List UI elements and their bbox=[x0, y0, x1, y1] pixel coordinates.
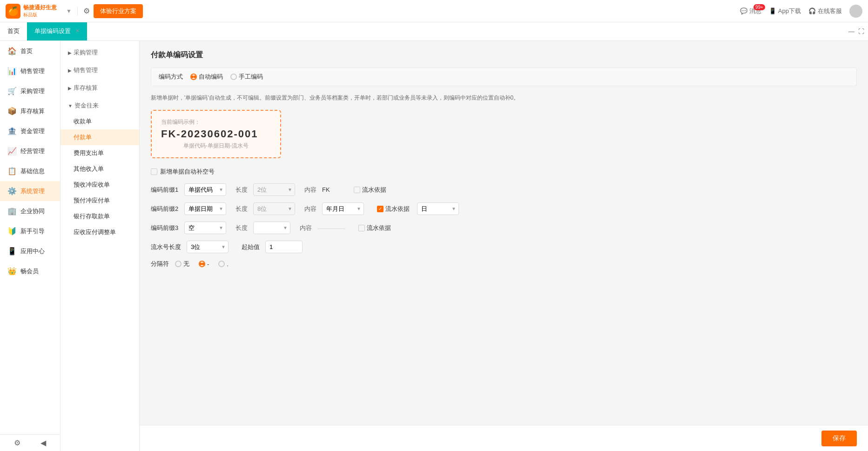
radio-auto-circle bbox=[190, 74, 197, 80]
sidebar-item-enterprise[interactable]: 🏢 企业协同 bbox=[0, 201, 60, 221]
trial-button[interactable]: 体验行业方案 bbox=[94, 4, 143, 18]
prefix2-select[interactable]: 单据日期 bbox=[184, 202, 226, 215]
radio-auto[interactable]: 自动编码 bbox=[190, 73, 223, 81]
prefix3-select[interactable]: 空 bbox=[184, 222, 226, 234]
nav-dropdown[interactable]: ▼ bbox=[66, 8, 72, 14]
sidebar-settings-icon[interactable]: ⚙ bbox=[14, 438, 20, 447]
sidebar-item-home[interactable]: 🏠 首页 bbox=[0, 41, 60, 61]
tab-minimize-icon[interactable]: — bbox=[848, 28, 855, 35]
inventory-group-label: 库存核算 bbox=[74, 84, 98, 92]
sidebar-apps-label: 应用中心 bbox=[20, 247, 45, 256]
finance-group-label: 资金往来 bbox=[74, 101, 99, 110]
sub-menu-payment[interactable]: 付款单 bbox=[61, 129, 139, 145]
sidebar-item-member[interactable]: 👑 畅会员 bbox=[0, 261, 60, 281]
start-value-input[interactable] bbox=[265, 241, 303, 253]
sep-dot-radio[interactable]: . bbox=[218, 261, 229, 268]
app-download-label: App下载 bbox=[778, 7, 801, 15]
prefix2-day-wrapper: 日 月 年 ▼ bbox=[417, 202, 459, 215]
top-nav-right: 💬 消息 99+ 📱 App下载 🎧 在线客服 bbox=[740, 5, 862, 18]
prefix2-serial-checkbox[interactable]: ✓ bbox=[377, 206, 384, 212]
operations-icon: 📈 bbox=[7, 147, 17, 155]
sep-none-radio[interactable]: 无 bbox=[175, 260, 189, 268]
sub-menu-inventory[interactable]: ▶ 库存核算 bbox=[61, 80, 139, 96]
sidebar-item-system[interactable]: ⚙️ 系统管理 bbox=[0, 181, 60, 201]
sub-group-inventory: ▶ 库存核算 bbox=[61, 80, 139, 96]
auto-fill-checkbox[interactable] bbox=[151, 168, 157, 175]
tab-close-icon[interactable]: ✕ bbox=[75, 28, 80, 34]
sub-menu-advance-receive[interactable]: 预收冲应收单 bbox=[61, 177, 139, 193]
encode-method-section: 编码方式 自动编码 手工编码 bbox=[151, 67, 857, 86]
radio-manual-circle bbox=[230, 74, 237, 80]
user-avatar[interactable] bbox=[849, 5, 862, 18]
serial-length-select[interactable]: 3位 4位 5位 bbox=[187, 241, 229, 253]
sidebar-item-guide[interactable]: 🔰 新手引导 bbox=[0, 221, 60, 241]
sep-hyphen-radio[interactable]: - bbox=[199, 261, 209, 268]
sub-group-finance: ▼ 资金往来 收款单 付款单 费用支出单 其他收入单 预收冲应收单 预付冲应付单… bbox=[61, 98, 139, 240]
prefix3-content-label: 内容 bbox=[300, 224, 312, 232]
separator-row: 分隔符 无 - . bbox=[151, 260, 857, 268]
prefix2-length-label: 长度 bbox=[236, 205, 248, 213]
top-nav: 🍊 畅捷通好生意 标品版 ▼ ⚙ 体验行业方案 💬 消息 99+ 📱 App下载… bbox=[0, 0, 868, 22]
prefix3-length-wrapper: ▼ bbox=[253, 222, 290, 234]
sidebar-operations-label: 经营管理 bbox=[20, 147, 45, 155]
sidebar: 🏠 首页 📊 销售管理 🛒 采购管理 📦 库存核算 🏦 资金管理 📈 经营管理 … bbox=[0, 41, 61, 451]
save-button[interactable]: 保存 bbox=[821, 431, 857, 446]
sidebar-collapse-icon[interactable]: ◀ bbox=[40, 438, 46, 447]
sidebar-item-sales[interactable]: 📊 销售管理 bbox=[0, 61, 60, 81]
page-title: 付款单编码设置 bbox=[151, 50, 857, 60]
prefix1-select[interactable]: 单据代码 bbox=[184, 183, 226, 196]
prefix2-length-select[interactable]: 8位 bbox=[253, 202, 295, 215]
sub-menu-receipt[interactable]: 收款单 bbox=[61, 114, 139, 129]
online-service-item[interactable]: 🎧 在线客服 bbox=[808, 7, 842, 15]
code-preview-value: FK-20230602-001 bbox=[161, 128, 271, 140]
sidebar-item-apps[interactable]: 📱 应用中心 bbox=[0, 241, 60, 261]
sub-menu-bank[interactable]: 银行存取款单 bbox=[61, 209, 139, 224]
online-service-label: 在线客服 bbox=[818, 7, 842, 15]
prefix3-length-select[interactable] bbox=[253, 222, 290, 234]
serial-length-label: 流水号长度 bbox=[151, 243, 181, 251]
tab-expand-icon[interactable]: ⛶ bbox=[858, 28, 864, 35]
prefix3-content-value bbox=[317, 227, 345, 229]
content-area: ▶ 采购管理 ▶ 销售管理 ▶ 库存核算 bbox=[61, 41, 868, 451]
sidebar-item-operations[interactable]: 📈 经营管理 bbox=[0, 141, 60, 161]
message-item[interactable]: 💬 消息 99+ bbox=[740, 7, 761, 15]
radio-manual[interactable]: 手工编码 bbox=[230, 73, 263, 81]
prefix2-day-select[interactable]: 日 月 年 bbox=[417, 202, 459, 215]
sidebar-item-inventory[interactable]: 📦 库存核算 bbox=[0, 101, 60, 121]
sidebar-item-finance[interactable]: 🏦 资金管理 bbox=[0, 121, 60, 141]
code-preview-box: 当前编码示例： FK-20230602-001 单据代码-单据日期-流水号 bbox=[151, 110, 281, 158]
sub-menu-expense[interactable]: 费用支出单 bbox=[61, 145, 139, 161]
brand-text: 畅捷通好生意 标品版 bbox=[23, 4, 57, 18]
sep-hyphen-circle bbox=[199, 261, 205, 267]
settings-icon[interactable]: ⚙ bbox=[83, 7, 90, 15]
tab-home[interactable]: 首页 bbox=[0, 22, 27, 40]
app-download-item[interactable]: 📱 App下载 bbox=[769, 7, 801, 15]
sub-menu-advance-pay[interactable]: 预付冲应付单 bbox=[61, 193, 139, 209]
sub-menu-finance[interactable]: ▼ 资金往来 bbox=[61, 98, 139, 114]
sep-none-circle bbox=[175, 261, 182, 267]
sidebar-item-purchase[interactable]: 🛒 采购管理 bbox=[0, 81, 60, 101]
prefix3-serial-checkbox[interactable] bbox=[358, 225, 365, 231]
serial-length-wrapper: 3位 4位 5位 ▼ bbox=[187, 241, 229, 253]
prefix1-serial-checkbox[interactable] bbox=[354, 187, 360, 193]
sub-menu-sales[interactable]: ▶ 销售管理 bbox=[61, 62, 139, 78]
sidebar-item-basic[interactable]: 📋 基础信息 bbox=[0, 161, 60, 181]
sub-menu-purchase[interactable]: ▶ 采购管理 bbox=[61, 45, 139, 61]
purchase-icon: 🛒 bbox=[7, 87, 17, 95]
inner-layout: ▶ 采购管理 ▶ 销售管理 ▶ 库存核算 bbox=[61, 41, 868, 451]
sidebar-sales-label: 销售管理 bbox=[20, 67, 45, 75]
prefix2-content-select[interactable]: 年月日 bbox=[322, 202, 364, 215]
prefix1-content-value: FK bbox=[322, 186, 341, 193]
prefix3-select-wrapper: 空 ▼ bbox=[184, 222, 226, 234]
main-panel: 付款单编码设置 编码方式 自动编码 手工编码 bbox=[140, 41, 868, 425]
sub-menu-adjustment[interactable]: 应收应付调整单 bbox=[61, 224, 139, 240]
prefix3-label: 编码前缀3 bbox=[151, 224, 179, 232]
separator-label: 分隔符 bbox=[151, 260, 169, 268]
apps-icon: 📱 bbox=[7, 247, 17, 256]
sub-menu-other-income[interactable]: 其他收入单 bbox=[61, 161, 139, 177]
inventory-icon: 📦 bbox=[7, 107, 17, 115]
prefix1-length-select[interactable]: 2位 bbox=[253, 183, 295, 196]
tab-actions: — ⛶ bbox=[845, 22, 868, 40]
tab-encode-settings[interactable]: 单据编码设置 ✕ bbox=[27, 22, 87, 40]
auto-fill-label: 新增单据自动补空号 bbox=[160, 168, 215, 176]
